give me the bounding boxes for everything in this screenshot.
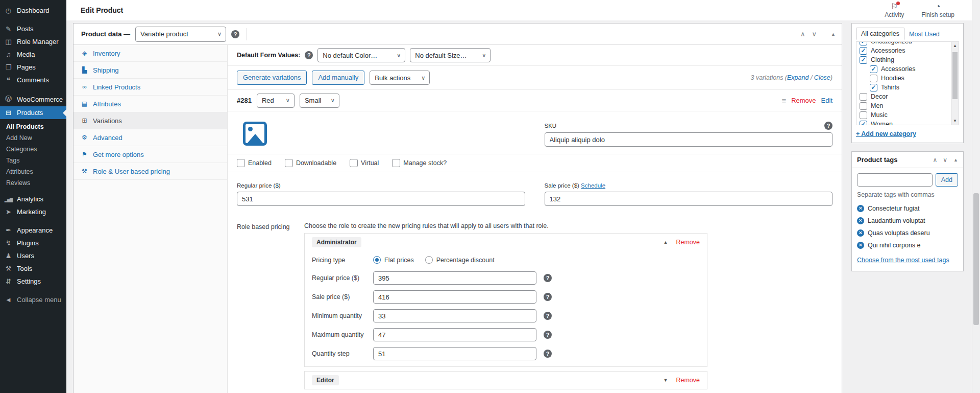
schedule-link[interactable]: Schedule <box>581 182 605 189</box>
sidebar-item-dashboard[interactable]: Dashboard <box>0 4 66 17</box>
new-tag-input[interactable] <box>857 173 933 187</box>
move-down-icon[interactable]: ∨ <box>812 30 817 38</box>
activity-button[interactable]: ⚐ Activity <box>885 2 904 18</box>
default-form-values-help-icon[interactable] <box>305 51 313 59</box>
scroll-down-icon[interactable]: ▼ <box>951 119 959 123</box>
role-max-quantity-input[interactable] <box>373 328 536 341</box>
remove-tag-icon[interactable] <box>857 242 864 249</box>
sidebar-item-woocommerce[interactable]: WooCommerce <box>0 92 66 106</box>
scroll-up-icon[interactable]: ▲ <box>951 43 959 48</box>
move-up-icon[interactable]: ∧ <box>933 156 937 164</box>
add-manually-button[interactable]: Add manually <box>312 71 364 85</box>
sidebar-item-comments[interactable]: Comments <box>0 74 66 86</box>
role-quantity-step-input[interactable] <box>373 347 536 360</box>
expand-link[interactable]: Expand <box>787 74 808 81</box>
sidebar-item-settings[interactable]: Settings <box>0 275 66 288</box>
tab-most-used[interactable]: Most Used <box>904 29 944 40</box>
submenu-all-products[interactable]: All Products <box>0 121 66 132</box>
tab-shipping[interactable]: Shipping <box>74 62 227 79</box>
sidebar-item-products[interactable]: Products <box>0 106 66 119</box>
sidebar-item-marketing[interactable]: Marketing <box>0 205 66 218</box>
sidebar-item-plugins[interactable]: Plugins <box>0 237 66 249</box>
manage-stock-checkbox[interactable]: Manage stock? <box>392 159 447 167</box>
expand-role-icon[interactable]: ▼ <box>664 378 668 383</box>
collapse-role-icon[interactable]: ▲ <box>664 240 668 245</box>
role-max-quantity-help-icon[interactable] <box>544 331 552 339</box>
remove-tag-icon[interactable] <box>857 205 864 212</box>
finish-setup-button[interactable]: ◔ Finish setup <box>921 2 954 18</box>
virtual-checkbox[interactable]: Virtual <box>350 159 379 167</box>
role-regular-price-help-icon[interactable] <box>544 274 552 282</box>
close-link[interactable]: Close <box>814 74 830 81</box>
collapse-menu-button[interactable]: Collapse menu <box>0 293 66 306</box>
remove-role-link[interactable]: Remove <box>676 239 700 246</box>
sidebar-item-users[interactable]: Users <box>0 249 66 262</box>
page-scrollbar-thumb[interactable] <box>973 193 979 325</box>
role-sale-price-help-icon[interactable] <box>544 293 552 301</box>
choose-most-used-tags-link[interactable]: Choose from the most used tags <box>857 257 949 264</box>
role-min-quantity-help-icon[interactable] <box>544 312 552 320</box>
tab-inventory[interactable]: Inventory <box>74 45 227 62</box>
category-decor[interactable]: Decor <box>860 92 949 101</box>
bulk-actions-select[interactable]: Bulk actions <box>370 71 430 85</box>
sidebar-item-tools[interactable]: Tools <box>0 262 66 275</box>
tab-linked-products[interactable]: Linked Products <box>74 79 227 96</box>
panel-toggle-icon[interactable]: ▲ <box>953 157 958 163</box>
role-min-quantity-input[interactable] <box>373 309 536 322</box>
percentage-discount-radio[interactable]: Percentage discount <box>425 256 495 264</box>
move-down-icon[interactable]: ∨ <box>943 156 947 164</box>
category-accessories[interactable]: Accessories <box>860 46 949 55</box>
sku-help-icon[interactable] <box>824 122 832 130</box>
product-type-help-icon[interactable] <box>231 30 239 38</box>
tab-all-categories[interactable]: All categories <box>856 28 904 40</box>
scroll-thumb[interactable] <box>952 52 958 99</box>
category-uncategorized[interactable]: Uncategorized <box>860 41 949 46</box>
tab-role-user-pricing[interactable]: Role & User based pricing <box>74 163 227 180</box>
role-regular-price-input[interactable] <box>373 271 536 285</box>
submenu-tags[interactable]: Tags <box>0 155 66 166</box>
panel-toggle-icon[interactable]: ▲ <box>831 32 836 37</box>
default-size-select[interactable]: No default Size… <box>410 48 491 62</box>
tab-get-more-options[interactable]: Get more options <box>74 146 227 163</box>
variation-edit-link[interactable]: Edit <box>821 97 832 104</box>
category-clothing[interactable]: Clothing <box>860 55 949 64</box>
add-new-category-link[interactable]: + Add new category <box>856 130 916 137</box>
sku-input[interactable] <box>545 132 833 147</box>
sidebar-item-appearance[interactable]: Appearance <box>0 224 66 237</box>
downloadable-checkbox[interactable]: Downloadable <box>285 159 336 167</box>
category-hoodies[interactable]: Hoodies <box>860 74 949 83</box>
regular-price-input[interactable] <box>237 192 525 206</box>
default-color-select[interactable]: No default Color… <box>317 48 405 62</box>
submenu-attributes[interactable]: Attributes <box>0 166 66 177</box>
sidebar-item-pages[interactable]: Pages <box>0 61 66 74</box>
submenu-categories[interactable]: Categories <box>0 144 66 155</box>
remove-tag-icon[interactable] <box>857 229 864 237</box>
tab-variations[interactable]: Variations <box>74 112 227 129</box>
flat-prices-radio[interactable]: Flat prices <box>373 256 414 264</box>
submenu-add-new[interactable]: Add New <box>0 132 66 144</box>
category-clothing-accessories[interactable]: Accessories <box>860 64 949 74</box>
sidebar-item-analytics[interactable]: Analytics <box>0 193 66 205</box>
remove-role-link[interactable]: Remove <box>676 377 700 384</box>
variation-size-select[interactable]: Small <box>300 94 339 108</box>
variation-image-placeholder[interactable] <box>243 122 267 146</box>
category-tshirts[interactable]: Tshirts <box>860 83 949 92</box>
sidebar-item-posts[interactable]: Posts <box>0 22 66 35</box>
remove-tag-icon[interactable] <box>857 217 864 224</box>
role-quantity-step-help-icon[interactable] <box>544 350 552 358</box>
sidebar-item-media[interactable]: Media <box>0 48 66 61</box>
submenu-reviews[interactable]: Reviews <box>0 177 66 189</box>
add-tag-button[interactable]: Add <box>936 173 958 187</box>
page-scrollbar[interactable] <box>972 0 980 393</box>
enabled-checkbox[interactable]: Enabled <box>237 159 272 167</box>
category-men[interactable]: Men <box>860 101 949 110</box>
role-sale-price-input[interactable] <box>373 290 536 304</box>
tab-advanced[interactable]: Advanced <box>74 129 227 146</box>
drag-handle-icon[interactable]: ≡ <box>781 96 786 105</box>
tab-attributes[interactable]: Attributes <box>74 96 227 112</box>
categories-scrollbar[interactable]: ▲ ▼ <box>951 42 959 125</box>
category-music[interactable]: Music <box>860 110 949 120</box>
product-type-select[interactable]: Variable product <box>135 27 226 42</box>
move-up-icon[interactable]: ∧ <box>800 30 805 38</box>
sale-price-input[interactable] <box>545 192 833 206</box>
